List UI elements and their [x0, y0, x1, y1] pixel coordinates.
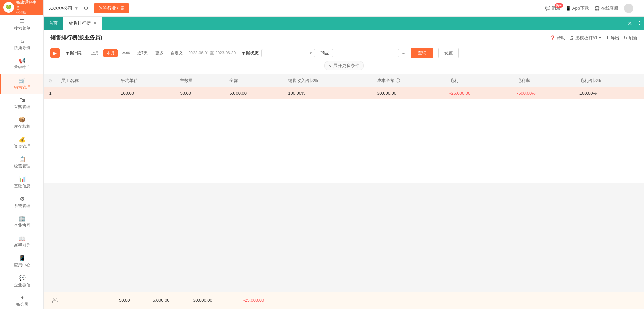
th-cost: 成本全额 ⓘ [373, 74, 445, 87]
member-icon: ♦ [21, 295, 24, 301]
status-select[interactable] [261, 49, 315, 57]
sidebar-item-quick-nav[interactable]: ⌂ 快捷导航 [0, 35, 43, 54]
sales-ranking-table: ⚙ 员工名称 平均单价 主数量 全额 销售收入占比% 成本全额 ⓘ 毛利 毛利率… [44, 74, 644, 99]
settings-button[interactable]: 设置 [438, 48, 459, 58]
sidebar-item-operation[interactable]: 📋 经营管理 [0, 153, 43, 172]
sidebar-label: 资金管理 [14, 144, 30, 149]
company-selector[interactable]: XXXXX公司 ▼ [49, 5, 78, 11]
footer-gross-profit: -25,000.00 [239, 296, 280, 306]
wechat-icon: 💬 [19, 275, 26, 281]
cell-gross-profit: -25,000.00 [445, 87, 513, 99]
footer-total-label: 合计 [48, 296, 115, 306]
app-download-button[interactable]: 📱 App下载 [566, 5, 589, 11]
sidebar-item-search-order[interactable]: ☰ 搜索菜单 [0, 15, 43, 35]
sidebar-item-finance[interactable]: 💰 资金管理 [0, 133, 43, 153]
online-service-button[interactable]: 🎧 在线客服 [594, 5, 618, 11]
sidebar-item-marketing[interactable]: 📢 营销推广 [0, 54, 43, 74]
sidebar-item-member[interactable]: ♦ 畅会员 [0, 291, 43, 309]
date-btn-last-7-days[interactable]: 近7天 [134, 49, 151, 57]
filter-toggle-button[interactable]: ▶ [50, 48, 60, 58]
expand-label: 展开更多条件 [333, 63, 359, 69]
sidebar-label: 销售管理 [14, 85, 30, 90]
header-settings-icon[interactable]: ⚙ [84, 5, 88, 11]
table-row: 1 100.00 50.00 5,000.00 100.00% 30,000.0… [44, 87, 644, 99]
help-icon: ❓ [550, 35, 555, 40]
table-header-row: ⚙ 员工名称 平均单价 主数量 全额 销售收入占比% 成本全额 ⓘ 毛利 毛利率… [44, 74, 644, 87]
system-icon: ⚙ [20, 196, 25, 202]
template-print-button[interactable]: 🖨 按模板打印 ▼ [569, 35, 602, 41]
industry-button[interactable]: 体验行业方案 [94, 3, 129, 13]
sidebar-item-enterprise[interactable]: 🏢 企业协同 [0, 212, 43, 232]
chevron-down-expand-icon: ∨ [329, 63, 332, 68]
top-header: XXXXX公司 ▼ ⚙ 体验行业方案 💬 消息 99+ 📱 App下载 🎧 在线… [44, 0, 644, 17]
message-icon: 💬 [545, 6, 550, 11]
date-btn-this-year[interactable]: 本年 [119, 49, 133, 57]
export-button[interactable]: ⬆ 导出 [606, 35, 619, 41]
sidebar-label: 库存核算 [14, 124, 30, 130]
expand-row: ∨ 展开更多条件 [50, 61, 637, 70]
date-range-display: 2023-06-01 至 2023-06-30 [188, 50, 236, 56]
basic-info-icon: 📊 [19, 176, 26, 182]
sidebar-label: 应用中心 [14, 262, 30, 268]
tab-close-icon[interactable]: ✕ [93, 21, 97, 26]
goods-more-icon[interactable]: ··· [402, 51, 405, 56]
sidebar-item-basic-info[interactable]: 📊 基础信息 [0, 172, 43, 192]
sidebar-label: 新手引导 [14, 243, 30, 248]
goods-filter-group: 商品 ··· [320, 49, 405, 57]
expand-conditions-button[interactable]: ∨ 展开更多条件 [324, 61, 364, 70]
cell-gross-rate: -500.00% [513, 87, 575, 99]
column-settings-icon[interactable]: ⚙ [48, 78, 52, 83]
sidebar-label: 系统管理 [14, 203, 30, 209]
enterprise-icon: 🏢 [19, 215, 26, 222]
cell-rank: 1 [44, 87, 57, 99]
message-button[interactable]: 💬 消息 99+ [545, 5, 560, 11]
sales-ranking-tab-label: 销售排行榜 [69, 20, 91, 27]
sidebar-item-system[interactable]: ⚙ 系统管理 [0, 192, 43, 212]
date-btn-custom[interactable]: 自定义 [168, 49, 186, 57]
goods-input[interactable] [332, 49, 399, 57]
th-settings: ⚙ [44, 74, 57, 87]
app-download-label: App下载 [572, 5, 589, 11]
content-area: 销售排行榜(按业务员) ❓ 帮助 🖨 按模板打印 ▼ ⬆ 导出 ↻ 刷新 [44, 30, 644, 309]
chevron-down-icon: ▼ [74, 6, 78, 11]
date-btn-this-month[interactable]: 本月 [103, 49, 118, 57]
status-label: 单据状态 [241, 50, 259, 56]
tab-bar-right: ✕ ⛶ [628, 20, 644, 27]
sales-icon: 🛒 [19, 77, 26, 84]
phone-icon: 📱 [566, 6, 571, 11]
sidebar-logo: 🍀 畅康通好生意 标准版 [0, 0, 43, 15]
export-icon: ⬆ [606, 35, 609, 40]
tab-home[interactable]: 首页 [44, 17, 63, 30]
page-header: 销售排行榜(按业务员) ❓ 帮助 🖨 按模板打印 ▼ ⬆ 导出 ↻ 刷新 [44, 30, 644, 44]
guide-icon: 📖 [19, 235, 26, 242]
tab-close-all-icon[interactable]: ✕ [628, 20, 632, 27]
date-buttons: 上月 本月 本年 近7天 更多 自定义 2023-06-01 至 2023-06… [88, 49, 236, 57]
tab-sales-ranking[interactable]: 销售排行榜 ✕ [63, 17, 102, 30]
tab-expand-icon[interactable]: ⛶ [635, 20, 640, 27]
date-btn-last-month[interactable]: 上月 [88, 49, 102, 57]
sidebar-item-app-center[interactable]: 📱 应用中心 [0, 252, 43, 271]
menu-icon: ☰ [20, 18, 25, 24]
status-filter-group: 单据状态 [241, 49, 315, 57]
sidebar-item-sales[interactable]: 🛒 销售管理 [0, 74, 43, 94]
sidebar-item-guide[interactable]: 📖 新手引导 [0, 232, 43, 252]
query-button[interactable]: 查询 [411, 48, 433, 58]
sidebar-label: 企业微信 [14, 282, 30, 288]
operation-icon: 📋 [19, 156, 26, 162]
footer-cost: 30,000.00 [189, 296, 239, 306]
sidebar-item-wechat[interactable]: 💬 企业微信 [0, 271, 43, 291]
sidebar-item-purchase[interactable]: 🛍 采购管理 [0, 94, 43, 113]
headset-icon: 🎧 [594, 6, 600, 11]
cell-gross-pct: 100.00% [575, 87, 644, 99]
refresh-label: 刷新 [629, 35, 637, 41]
app-center-icon: 📱 [19, 255, 26, 261]
app-sub: 标准版 [16, 10, 40, 15]
help-link[interactable]: ❓ 帮助 [550, 35, 565, 41]
sidebar-item-inventory[interactable]: 📦 库存核算 [0, 113, 43, 133]
user-avatar[interactable] [624, 4, 633, 13]
date-btn-more[interactable]: 更多 [152, 49, 166, 57]
refresh-button[interactable]: ↻ 刷新 [624, 35, 637, 41]
home-tab-label: 首页 [49, 20, 58, 27]
inventory-icon: 📦 [19, 116, 26, 123]
online-service-label: 在线客服 [601, 5, 618, 11]
